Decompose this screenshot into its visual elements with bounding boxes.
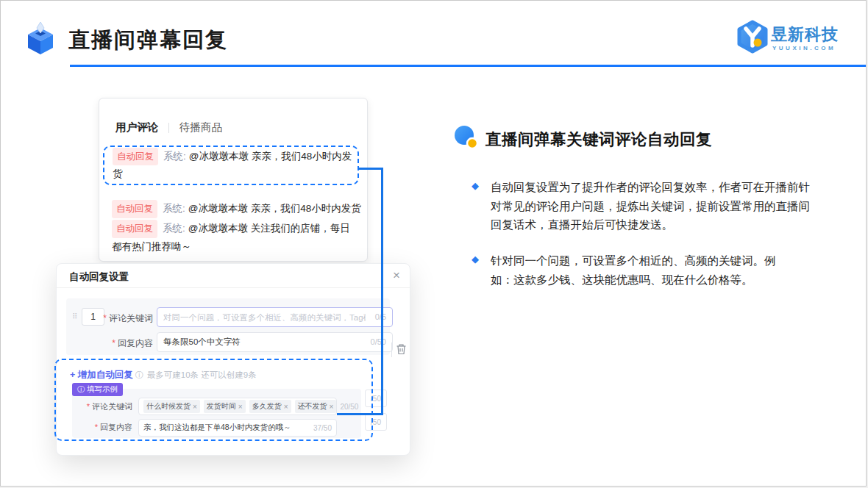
title-underline <box>70 65 867 67</box>
message-sender: 系统: <box>163 151 186 162</box>
tab-bar: 用户评论 待播商品 <box>115 121 222 134</box>
example-reply-input-wrap: 37/50 <box>138 419 337 437</box>
fill-example-panel: ⓘ填写示例 *评论关键词 什么时候发货× 发货时间× 多久发货× 还不发货× 2… <box>72 389 361 438</box>
connector-line-bottom <box>337 413 381 415</box>
feature-heading: 直播间弹幕关键词评论自动回复 <box>485 129 712 150</box>
feature-bullet-2: 针对同一个问题，可设置多个相近的、高频的关键词。例 如：这款多少钱、这块能优惠吗… <box>491 251 858 289</box>
tag-remove-icon[interactable]: × <box>193 403 197 411</box>
example-highlight-overlay: + 增加自动回复 ⓘ 最多可建10条 还可以创建9条 ⓘ填写示例 *评论关键词 … <box>54 359 373 441</box>
example-reply-input[interactable] <box>143 423 313 432</box>
connector-line-top <box>358 168 383 170</box>
diamond-bullet-icon: ◆ <box>472 254 479 265</box>
reply-input[interactable] <box>157 333 392 351</box>
keyword-tag[interactable]: 发货时间× <box>204 400 246 413</box>
tag-remove-icon[interactable]: × <box>330 403 334 411</box>
reply-rule-row-group: ⠿ 1 *评论关键词 0/5 *回复内容 0/50 <box>66 298 390 355</box>
message-line: 自动回复系统:@冰墩墩本墩 亲亲，我们48小时内发货 <box>113 148 357 184</box>
tab-user-comments[interactable]: 用户评论 <box>115 121 158 134</box>
reply-label: *回复内容 <box>100 337 153 350</box>
add-auto-reply-hint: 最多可建10条 还可以创建9条 <box>147 370 257 381</box>
example-keyword-input[interactable]: 什么时候发货× 发货时间× 多久发货× 还不发货× 20/50 <box>138 398 337 415</box>
example-keyword-label: *评论关键词 <box>79 401 132 412</box>
auto-reply-message: 自动回复系统:@冰墩墩本墩 关注我们的店铺，每日都有热门推荐呦～ <box>112 220 359 256</box>
diamond-bullet-icon: ◆ <box>472 180 479 191</box>
auto-reply-settings-modal: 自动回复设置 × ⠿ 1 *评论关键词 0/5 *回复内容 0/50 <box>56 263 410 456</box>
example-reply-label: *回复内容 <box>79 422 132 433</box>
modal-title: 自动回复设置 <box>69 270 129 284</box>
keyword-input-wrap: 0/5 <box>157 307 393 327</box>
comment-panel: 用户评论 待播商品 自动回复系统:@冰墩墩本墩 亲亲，我们48小时内发货 自动回… <box>99 98 368 262</box>
message-sender: 系统: <box>163 203 185 214</box>
tab-divider <box>168 123 169 133</box>
auto-reply-badge: 自动回复 <box>113 148 158 166</box>
auto-reply-message: 自动回复系统:@冰墩墩本墩 亲亲，我们48小时内发货 <box>112 200 362 218</box>
drag-handle-icon[interactable]: ⠿ <box>72 312 77 320</box>
row-actions-divider <box>391 342 392 357</box>
close-icon[interactable]: × <box>393 268 400 283</box>
keyword-input[interactable] <box>157 308 392 326</box>
brand-domain: YUUXIN.COM <box>772 45 836 51</box>
tag-remove-icon[interactable]: × <box>284 403 288 411</box>
required-mark: * <box>95 423 98 431</box>
info-icon: ⓘ <box>77 384 85 395</box>
required-mark: * <box>103 313 107 323</box>
page-title: 直播间弹幕回复 <box>68 26 228 55</box>
keyword-label: *评论关键词 <box>100 312 153 325</box>
reply-input-wrap: 0/50 <box>157 332 393 352</box>
auto-reply-badge: 自动回复 <box>112 200 157 218</box>
fill-example-badge: ⓘ填写示例 <box>72 383 123 396</box>
required-mark: * <box>87 402 90 411</box>
page: 直播间弹幕回复 昱新科技 YUUXIN.COM 用户评论 待播商品 自动回复系统… <box>0 0 867 487</box>
brand-y-icon <box>736 20 769 57</box>
modal-header: 自动回复设置 × <box>57 264 410 288</box>
message-sender: 系统: <box>163 223 185 234</box>
brand-name: 昱新科技 <box>771 24 839 46</box>
keyword-tag[interactable]: 什么时候发货× <box>143 400 200 413</box>
auto-reply-badge: 自动回复 <box>112 220 157 238</box>
required-mark: * <box>112 338 115 348</box>
cube-logo-icon <box>25 21 56 58</box>
connector-line-vertical <box>381 168 383 415</box>
example-keyword-counter: 20/50 <box>340 403 358 411</box>
add-auto-reply-row: + 增加自动回复 ⓘ 最多可建10条 还可以创建9条 <box>70 369 257 381</box>
highlighted-auto-reply-message: 自动回复系统:@冰墩墩本墩 亲亲，我们48小时内发货 <box>103 146 359 185</box>
delete-icon[interactable] <box>396 343 407 358</box>
tag-remove-icon[interactable]: × <box>238 403 243 411</box>
keyword-tag[interactable]: 还不发货× <box>295 400 337 413</box>
example-reply-counter: 37/50 <box>313 424 332 432</box>
reply-counter: 0/50 <box>371 337 386 346</box>
message-text: @冰墩墩本墩 亲亲，我们48小时内发货 <box>188 203 361 214</box>
feature-bullet-1: 自动回复设置为了提升作者的评论回复效率，作者可在开播前针 对常见的评论用户问题，… <box>491 178 858 234</box>
tab-pending-products[interactable]: 待播商品 <box>179 121 222 134</box>
feature-dot-icon <box>453 124 480 154</box>
info-icon: ⓘ <box>135 370 143 381</box>
keyword-tag[interactable]: 多久发货× <box>249 400 291 413</box>
add-auto-reply-button[interactable]: + 增加自动回复 <box>70 369 133 381</box>
